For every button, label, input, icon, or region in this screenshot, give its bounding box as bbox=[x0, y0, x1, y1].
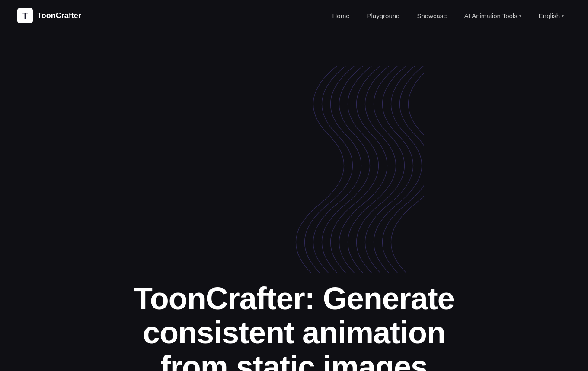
nav-item-english[interactable]: English ▾ bbox=[532, 9, 571, 23]
nav-item-playground[interactable]: Playground bbox=[360, 9, 407, 23]
brand-logo-link[interactable]: T ToonCrafter bbox=[17, 8, 81, 23]
nav-links: Home Playground Showcase AI Animation To… bbox=[326, 9, 571, 23]
nav-item-showcase[interactable]: Showcase bbox=[410, 9, 454, 23]
wave-decoration bbox=[164, 66, 424, 282]
brand-logo-icon: T bbox=[17, 8, 33, 23]
hero-title: ToonCrafter: Generate consistent animati… bbox=[121, 282, 467, 371]
chevron-down-icon: ▾ bbox=[519, 13, 521, 18]
hero-section: ToonCrafter: Generate consistent animati… bbox=[0, 31, 588, 371]
nav-item-home[interactable]: Home bbox=[326, 9, 357, 23]
brand-name: ToonCrafter bbox=[37, 11, 81, 20]
chevron-down-icon: ▾ bbox=[562, 13, 564, 18]
nav-item-ai-animation-tools[interactable]: AI Animation Tools ▾ bbox=[457, 9, 528, 23]
navbar: T ToonCrafter Home Playground Showcase A… bbox=[0, 0, 588, 31]
